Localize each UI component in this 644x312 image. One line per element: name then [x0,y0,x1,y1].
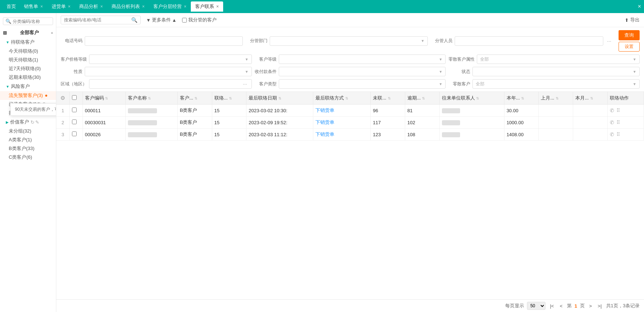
close-icon[interactable]: × [216,4,219,9]
window-close-button[interactable]: × [638,3,641,10]
nav-tab-purchase[interactable]: 进货单 × [47,1,75,12]
next-page-btn[interactable]: > [588,303,593,309]
row-last-method[interactable]: 下销货单 [313,117,370,129]
contact-icon[interactable]: ✆ [610,119,614,125]
contact-icon[interactable]: ✆ [610,108,614,113]
sidebar-item-class-b[interactable]: B类客户(33) [0,144,56,153]
sort-icon[interactable]: ⇅ [521,96,524,100]
sidebar-item-class-a[interactable]: A类客户(1) [0,135,56,144]
select-all-checkbox[interactable] [72,95,77,100]
th-last-method[interactable]: 最后联络方式 ⇅ [313,92,370,105]
close-icon[interactable]: × [68,4,71,9]
last-method-link[interactable]: 下销货单 [315,108,334,113]
query-button[interactable]: 查询 [619,30,640,40]
settings-button[interactable]: 设置 [619,42,640,52]
sidebar-item-ungrouped[interactable]: 未分组(32) [0,127,56,135]
gear-icon[interactable]: ⚙ [59,95,67,101]
search-input-wrap[interactable]: 🔍 [61,16,141,24]
last-method-link[interactable]: 下销货单 [315,131,334,137]
customer-type-select[interactable]: ▼ [279,79,446,89]
sidebar-item-today-pending[interactable]: 今天待联络(0) [0,47,56,56]
last-page-btn[interactable]: >| [596,303,603,309]
sort-icon[interactable]: ⇅ [556,96,559,100]
th-unlisted[interactable]: 未联... ⇅ [371,92,405,105]
th-this-year[interactable]: 本年... ⇅ [504,92,539,105]
sort-icon[interactable]: ⇅ [422,96,425,100]
dept-select[interactable]: ▼ [270,36,428,46]
main-search-input[interactable] [64,17,131,23]
th-last-date[interactable]: 最后联络日期 ⇅ [246,92,313,105]
row-checkbox[interactable] [69,117,82,129]
sort-icon[interactable]: ⇅ [229,96,232,100]
th-this-month[interactable]: 本月... ⇅ [573,92,608,105]
sort-icon[interactable]: ⇅ [278,96,281,100]
nav-tab-product-analysis[interactable]: 商品分析 × [75,1,107,12]
payment-select[interactable]: ▼ [279,67,446,76]
my-customers-checkbox-label[interactable]: 我分管的客户 [182,17,217,23]
th-checkbox[interactable] [69,92,82,105]
sort-icon[interactable]: ⇅ [105,96,108,100]
search-submit-icon[interactable]: 🔍 [131,17,137,23]
nav-tab-customer-tier[interactable]: 客户分层经营 × [149,1,191,12]
more-icon[interactable]: ··· [241,80,249,88]
more-action-icon[interactable]: ⠿ [616,131,620,137]
phone-input[interactable] [85,36,243,46]
th-last-month[interactable]: 上月... ⇅ [539,92,573,105]
export-btn[interactable]: ⬆ 导出 [625,17,640,23]
sort-icon[interactable]: ⇅ [345,96,348,100]
sort-icon[interactable]: ⇅ [194,96,197,100]
more-action-icon[interactable]: ⠿ [616,108,620,113]
sidebar-item-overdue-contact[interactable]: 迟期未联络(30) [0,73,56,82]
close-icon[interactable]: × [142,4,145,9]
row-select-checkbox[interactable] [72,119,77,124]
sort-icon[interactable]: ⇅ [590,96,593,100]
sidebar-search-wrap[interactable]: 🔍 [3,17,53,25]
sidebar-item-class-c[interactable]: C类客户(6) [0,153,56,162]
refresh-icon[interactable]: ↻ [31,119,35,125]
status-select[interactable]: ▼ [472,67,640,76]
row-select-checkbox[interactable] [72,131,77,136]
nature-select[interactable]: ▼ [85,67,252,76]
zero-customer-select[interactable]: 全部 ▼ [472,79,640,89]
row-select-checkbox[interactable] [72,108,77,112]
customer-level-select[interactable]: ▼ [279,54,446,64]
zero-attr-select[interactable]: 全部 ▼ [477,54,640,64]
th-contact-count[interactable]: 联络... ⇅ [212,92,246,105]
edit-icon[interactable]: ✎ [35,119,39,125]
collapse-icon[interactable]: « [51,31,53,35]
all-customers-header[interactable]: ⊞ 全部客户 « [0,28,56,37]
my-customers-checkbox[interactable] [182,18,187,23]
sidebar-group-value[interactable]: ▶ 价值客户 ↻ ✎ [0,117,56,127]
nav-home[interactable]: 首页 [3,3,20,10]
th-name[interactable]: 客户名称 ⇅ [125,92,177,105]
person-select[interactable] [455,36,603,46]
row-checkbox[interactable] [69,105,82,117]
nav-tab-customer-contact[interactable]: 客户联系 × [191,1,223,12]
th-contacts[interactable]: 往来单位联系人 ⇅ [439,92,504,105]
prev-page-btn[interactable]: < [558,303,564,309]
row-last-method[interactable]: 下销货单 [313,129,370,141]
close-icon[interactable]: × [100,4,103,9]
sidebar-group-risk[interactable]: ▼ 风险客户 [0,82,56,91]
close-icon[interactable]: × [184,4,186,9]
th-type[interactable]: 客户... ⇅ [177,92,212,105]
th-gear[interactable]: ⚙ [56,92,69,105]
more-conditions-btn[interactable]: ▼ 更多条件 ▲ [144,15,179,25]
row-checkbox[interactable] [69,129,82,141]
contact-icon[interactable]: ✆ [610,131,614,137]
nav-tab-sales[interactable]: 销售单 × [20,1,47,12]
per-page-select[interactable]: 50 100 200 [527,302,546,310]
sidebar-group-pending[interactable]: ▼ 待联络客户 [0,37,56,47]
more-icon[interactable]: ··· [605,37,613,45]
close-icon[interactable]: × [40,4,43,9]
sort-icon[interactable]: ⇅ [388,96,391,100]
last-method-link[interactable]: 下销货单 [315,119,334,125]
row-last-method[interactable]: 下销货单 [313,105,370,117]
region-select[interactable]: ··· [89,79,252,89]
more-action-icon[interactable]: ⠿ [616,119,620,125]
sidebar-item-7days-pending[interactable]: 近7天待联络(0) [0,64,56,73]
price-level-select[interactable]: ▼ [89,54,252,64]
nav-tab-product-list[interactable]: 商品分析列表 × [107,1,149,12]
sort-icon[interactable]: ⇅ [148,96,151,100]
sidebar-item-churn-warning[interactable]: 流失预警客户(3) ● [0,91,56,100]
